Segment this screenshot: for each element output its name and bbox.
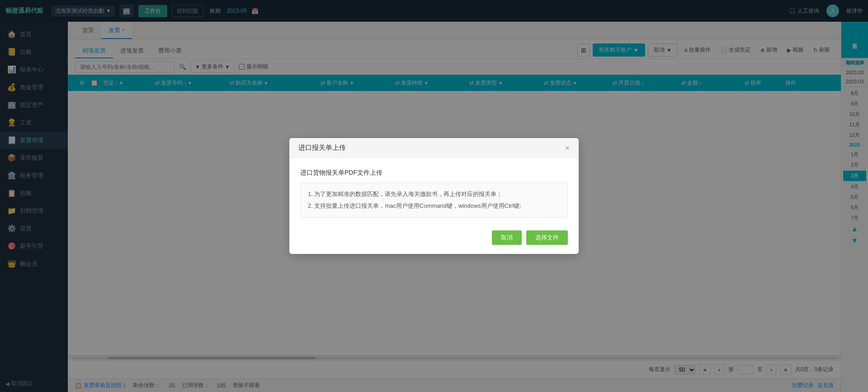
modal-select-file-btn[interactable]: 选择文件 [526,230,568,245]
modal-body: 进口货物报关单PDF文件上传 1. 为了更加精准的数据匹配，请先录入海关缴款书，… [289,158,579,225]
modal-section-title: 进口货物报关单PDF文件上传 [300,169,568,177]
modal-info-item-2: 2. 支持批量上传进口报关单，mac用户使用Command键，windows用户… [308,200,560,212]
modal-cancel-btn[interactable]: 取消 [492,230,522,245]
import-modal: 进口报关单上传 × 进口货物报关单PDF文件上传 1. 为了更加精准的数据匹配，… [289,138,579,254]
modal-title: 进口报关单上传 [298,143,346,152]
modal-overlay[interactable]: 进口报关单上传 × 进口货物报关单PDF文件上传 1. 为了更加精准的数据匹配，… [0,0,868,392]
modal-close-btn[interactable]: × [565,144,570,152]
modal-info-box: 1. 为了更加精准的数据匹配，请先录入海关缴款书，再上传对应的报关单； 2. 支… [300,182,568,218]
modal-footer: 取消 选择文件 [289,225,579,254]
modal-header: 进口报关单上传 × [289,138,579,158]
modal-info-item-1: 1. 为了更加精准的数据匹配，请先录入海关缴款书，再上传对应的报关单； [308,188,560,200]
